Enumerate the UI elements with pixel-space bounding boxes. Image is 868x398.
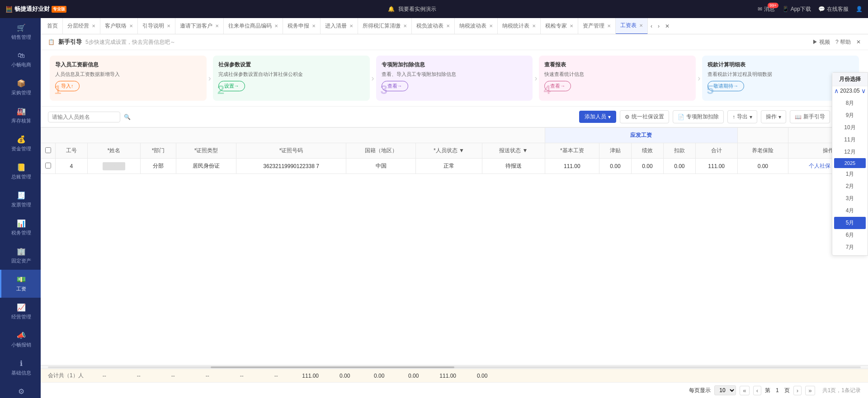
month-7[interactable]: 7月 — [832, 241, 868, 253]
next-year-btn[interactable]: ∨ — [861, 87, 866, 94]
month-12[interactable]: 12月 — [832, 146, 868, 158]
sidebar-item-sales[interactable]: 🛒 销售管理 — [0, 18, 41, 46]
sidebar-item-inventory[interactable]: 🏭 库存核算 — [0, 102, 41, 130]
tab-prev-btn[interactable]: ‹ — [648, 23, 655, 29]
user-avatar[interactable]: 👤 — [856, 6, 863, 12]
search-icon[interactable]: 🔍 — [124, 114, 131, 120]
row-nation: 中国 — [346, 159, 416, 174]
tab-tax-stats-close[interactable]: ✕ — [532, 23, 536, 28]
tab-home[interactable]: 首页 — [42, 18, 63, 34]
tab-customer-close[interactable]: ✕ — [129, 23, 133, 28]
guide-close-btn[interactable]: ✕ — [856, 39, 861, 45]
select-all-checkbox[interactable] — [45, 147, 51, 153]
sidebar-item-finance[interactable]: 💰 资金管理 — [0, 130, 41, 158]
first-page-btn[interactable]: « — [740, 386, 749, 395]
unify-settings-button[interactable]: ⚙ 统一社保设置 — [620, 110, 669, 123]
sidebar-item-expense[interactable]: 📣 小畅报销 — [0, 326, 41, 354]
tab-customer[interactable]: 客户联络✕ — [100, 18, 138, 34]
basic-icon: ℹ — [20, 359, 23, 368]
tab-close-all-btn[interactable]: ✕ — [662, 23, 672, 29]
tab-tax-fluctuation[interactable]: 纳税波动表✕ — [455, 18, 498, 34]
report-filter-icon[interactable]: ▼ — [522, 147, 528, 154]
footer-total: 111.00 — [434, 373, 462, 379]
tab-invite-close[interactable]: ✕ — [215, 23, 219, 28]
last-page-btn[interactable]: » — [805, 386, 815, 395]
tab-income-tax[interactable]: 所得税汇算清缴✕ — [358, 18, 412, 34]
tab-guide[interactable]: 引导说明✕ — [138, 18, 175, 34]
month-3[interactable]: 3月 — [832, 192, 868, 205]
prev-year-btn[interactable]: ∧ — [834, 87, 839, 94]
tab-tax-burden[interactable]: 税负波动表✕ — [412, 18, 455, 34]
month-5[interactable]: 5月 — [834, 217, 866, 229]
scrollbar-thumb[interactable] — [211, 366, 454, 368]
tab-salary-table[interactable]: 工资表✕ — [616, 18, 648, 34]
tab-income-tax-close[interactable]: ✕ — [403, 23, 407, 28]
tab-tax-fluctuation-close[interactable]: ✕ — [489, 23, 493, 28]
status-filter-icon[interactable]: ▼ — [459, 147, 464, 154]
month-11[interactable]: 11月 — [832, 134, 868, 146]
personal-insurance-btn[interactable]: 个人社保 — [809, 163, 830, 169]
export-dropdown-icon: ▾ — [750, 114, 752, 120]
online-service-button[interactable]: 💬 在线客服 — [818, 5, 849, 13]
th-idno: *证照号码 — [236, 143, 346, 159]
tab-guide-close[interactable]: ✕ — [167, 23, 170, 28]
sidebar-item-salary[interactable]: 💵 工资 — [0, 270, 41, 298]
prev-page-btn[interactable]: ‹ — [753, 386, 761, 395]
sidebar-item-purchase[interactable]: 📦 采购管理 — [0, 74, 41, 102]
row-checkbox[interactable] — [45, 163, 51, 169]
month-1[interactable]: 1月 — [832, 168, 868, 180]
sidebar-item-invoice[interactable]: 🧾 发票管理 — [0, 186, 41, 214]
tab-layered-close[interactable]: ✕ — [92, 23, 95, 28]
tab-clearance[interactable]: 进入清册✕ — [321, 18, 358, 34]
tab-asset-mgmt[interactable]: 资产管理✕ — [578, 18, 616, 34]
tab-salary-table-close[interactable]: ✕ — [639, 23, 643, 28]
month-4[interactable]: 4月 — [832, 205, 868, 217]
month-9[interactable]: 9月 — [832, 109, 868, 122]
add-person-button[interactable]: 添加人员 ▾ — [579, 111, 616, 123]
tab-bar: 首页 分层经营✕ 客户联络✕ 引导说明✕ 邀请下游客户✕ 往来单位商品编码✕ 税… — [41, 18, 868, 34]
year-2025: 2025 — [834, 158, 866, 168]
guide-video-btn[interactable]: ▶ 视频 — [812, 38, 830, 46]
tab-layered[interactable]: 分层经营✕ — [63, 18, 100, 34]
tab-product-code[interactable]: 往来单位商品编码✕ — [224, 18, 283, 34]
month-2[interactable]: 2月 — [832, 180, 868, 192]
tab-clearance-close[interactable]: ✕ — [349, 23, 353, 28]
sidebar-item-tax[interactable]: 📊 税务管理 — [0, 214, 41, 242]
sidebar-item-operations[interactable]: 📈 经营管理 — [0, 298, 41, 326]
tab-invite[interactable]: 邀请下游客户✕ — [175, 18, 224, 34]
horizontal-scrollbar[interactable] — [41, 365, 868, 369]
tab-asset-mgmt-close[interactable]: ✕ — [607, 23, 611, 28]
sidebar-item-system[interactable]: ⚙ 系统管理 — [0, 382, 41, 398]
tab-tax-report[interactable]: 税务申报✕ — [283, 18, 321, 34]
tab-product-code-close[interactable]: ✕ — [274, 23, 278, 28]
app-download-button[interactable]: 📱 App下载 — [782, 5, 811, 13]
tab-tax-burden-close[interactable]: ✕ — [446, 23, 450, 28]
tab-tax-expert[interactable]: 税检专家✕ — [541, 18, 578, 34]
footer-total-label: 会计共（1）人 — [48, 372, 84, 379]
sidebar-item-ledger[interactable]: 📒 总账管理 — [0, 158, 41, 186]
scrollbar-track — [48, 366, 861, 368]
step-2: 社保参数设置 完成社保参数设置自动计算社保公积金 设置→ 2 — [213, 56, 370, 101]
month-panel-title: 月份选择 — [836, 75, 864, 83]
sidebar-item-basic[interactable]: ℹ 基础信息 — [0, 354, 41, 382]
watch-demo-btn[interactable]: 我要看实例演示 — [398, 5, 436, 13]
sidebar-item-assets[interactable]: 🏢 固定资产 — [0, 242, 41, 270]
messages-button[interactable]: ✉ 消息 99+ — [758, 5, 774, 13]
month-8[interactable]: 8月 — [832, 97, 868, 109]
special-deduction-button[interactable]: 📄 专项附加扣除 — [673, 110, 724, 123]
sidebar-item-ecommerce[interactable]: 🛍 小畅电商 — [0, 46, 41, 74]
tab-tax-expert-close[interactable]: ✕ — [570, 23, 573, 28]
tab-tax-report-close[interactable]: ✕ — [312, 23, 316, 28]
tab-tax-stats[interactable]: 纳税统计表✕ — [498, 18, 541, 34]
month-10[interactable]: 10月 — [832, 122, 868, 134]
new-guide-button[interactable]: 📖 新手引导 — [790, 110, 830, 123]
actions-button[interactable]: 操作 ▾ — [761, 110, 786, 123]
next-page-btn[interactable]: › — [793, 386, 802, 395]
tab-next-btn[interactable]: › — [655, 23, 662, 29]
month-6[interactable]: 6月 — [832, 229, 868, 241]
export-button[interactable]: ↑ 导出 ▾ — [727, 110, 757, 123]
month-panel: 月份选择 ∧ 2023.05 ∨ 8月 9月 10月 11月 12月 2025 … — [832, 72, 868, 256]
guide-help-btn[interactable]: ? 帮助 — [835, 38, 851, 46]
page-size-select[interactable]: 10 20 50 — [714, 385, 736, 395]
search-input[interactable] — [48, 112, 120, 122]
